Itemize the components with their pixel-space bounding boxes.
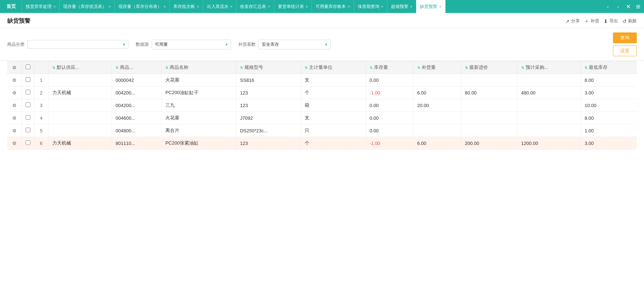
select-all-checkbox[interactable] [26, 65, 30, 69]
row-product-name: 火花塞 [162, 74, 236, 87]
table-container: ⚙ ⇅默认供应... ⇅商品... ⇅商品名称 ⇅规格型号 ⇅主计量单位 ⇅库存… [0, 61, 644, 150]
tab-close-inventory-status[interactable]: × [108, 4, 110, 9]
column-settings-icon[interactable]: ⚙ [11, 65, 18, 70]
row-stock-qty-value: -1.00 [370, 90, 380, 96]
row-stock-qty: -1.00 [366, 137, 413, 150]
row-checkbox[interactable] [26, 102, 30, 107]
tab-close-shortage[interactable]: × [439, 4, 441, 9]
row-unit: 支 [301, 74, 366, 87]
data-table: ⚙ ⇅默认供应... ⇅商品... ⇅商品名称 ⇅规格型号 ⇅主计量单位 ⇅库存… [7, 61, 637, 150]
th-product-name: ⇅商品名称 [162, 61, 236, 74]
sort-icon-unit: ⇅ [305, 66, 308, 70]
row-checkbox[interactable] [26, 140, 30, 145]
datasource-select[interactable]: 可用量 ▾ [152, 40, 231, 49]
tab-prev-btn[interactable]: ‹ [603, 0, 613, 13]
tab-close-batch-account[interactable]: × [197, 4, 199, 9]
row-checkbox[interactable] [26, 90, 30, 94]
datasource-select-arrow-icon: ▾ [226, 42, 228, 47]
tab-close-available-ledger[interactable]: × [348, 4, 350, 9]
row-replenish-qty: 6.00 [413, 87, 461, 99]
row-stock-qty-value: -1.00 [370, 141, 380, 146]
tab-close-order-stats[interactable]: × [306, 4, 308, 9]
row-settings-icon[interactable]: ⚙ [11, 141, 18, 146]
filter-buttons: 查询 设置 [613, 32, 637, 56]
export-btn[interactable]: ⬇ 导出 [604, 18, 618, 24]
tab-close-expiry-query[interactable]: × [381, 4, 383, 9]
tab-label-shortage: 缺货预警 [420, 4, 437, 10]
page-header: 缺货预警 ↗ 分享 ＋ 补货 ⬇ 导出 ↺ 刷新 [0, 13, 644, 28]
category-filter-label: 商品分类 [7, 41, 25, 48]
sort-icon-price: ⇅ [465, 66, 468, 70]
row-settings-icon[interactable]: ⚙ [11, 115, 18, 121]
tab-label-receipt-summary: 收发存汇总表 [240, 4, 266, 10]
row-latest-price [461, 112, 517, 124]
tab-close-inout-flow[interactable]: × [230, 4, 232, 9]
row-index: 1 [34, 74, 48, 87]
tab-label-order-stats: 要货单统计表 [278, 4, 304, 10]
row-unit: 支 [301, 112, 366, 124]
tab-next-btn[interactable]: › [613, 0, 623, 13]
tab-inout-flow[interactable]: 出入库流水 × [203, 0, 236, 13]
row-settings-icon[interactable]: ⚙ [11, 103, 18, 108]
row-checkbox[interactable] [26, 77, 30, 82]
tab-close-receipt-summary[interactable]: × [268, 4, 270, 9]
table-header-row: ⚙ ⇅默认供应... ⇅商品... ⇅商品名称 ⇅规格型号 ⇅主计量单位 ⇅库存… [7, 61, 637, 74]
table-row: ⚙6力天机械801110...PC200张紧油缸123个-1.006.00200… [7, 137, 637, 150]
row-product-code: 004200... [112, 87, 162, 99]
row-latest-price [461, 124, 517, 137]
row-min-stock: 10.00 [581, 99, 637, 112]
tab-close-overstock[interactable]: × [410, 4, 412, 9]
query-button[interactable]: 查询 [613, 32, 637, 43]
tab-available-ledger[interactable]: 可用量库存账本 × [312, 0, 354, 13]
tab-close-others-btn[interactable]: ✕ [623, 0, 633, 13]
tab-label-available-ledger: 可用量库存账本 [316, 4, 346, 10]
row-supplier [48, 124, 112, 137]
row-checkbox[interactable] [26, 115, 30, 120]
row-supplier [48, 112, 112, 124]
tab-receipt-summary[interactable]: 收发存汇总表 × [236, 0, 274, 13]
tab-close-all-btn[interactable]: ⊞ [633, 0, 643, 13]
table-row: ⚙4004600...火花塞J7092支0.008.00 [7, 112, 637, 124]
tab-close-inventory-dist[interactable]: × [164, 4, 166, 9]
row-product-name: PC200油缸缸子 [162, 87, 236, 99]
row-settings-icon[interactable]: ⚙ [11, 128, 18, 133]
refresh-btn[interactable]: ↺ 刷新 [622, 18, 637, 24]
tab-batch-account[interactable]: 库存批次账 × [170, 0, 203, 13]
tab-expiry-query[interactable]: 保质期查询 × [354, 0, 387, 13]
tab-abnormal[interactable]: 拣货异常处理 × [22, 0, 60, 13]
replenish-base-filter-label: 补货基数 [238, 41, 256, 48]
row-unit: 个 [301, 87, 366, 99]
settings-button[interactable]: 设置 [613, 45, 637, 56]
row-product-code: 801110... [112, 137, 162, 150]
category-select-arrow-icon: ▾ [123, 42, 125, 47]
tab-overstock[interactable]: 超储预警 × [387, 0, 416, 13]
share-btn[interactable]: ↗ 分享 [565, 18, 580, 24]
row-unit: 个 [301, 137, 366, 150]
row-index: 3 [34, 99, 48, 112]
replenish-btn[interactable]: ＋ 补货 [584, 18, 599, 25]
tab-inventory-dist[interactable]: 现存量（库存分布表） × [115, 0, 170, 13]
replenish-base-filter-group: 补货基数 安全库存 ▾ [238, 40, 331, 49]
tab-shortage[interactable]: 缺货预警 × [416, 0, 445, 13]
row-spec: 123 [236, 137, 301, 150]
replenish-base-select[interactable]: 安全库存 ▾ [258, 40, 331, 49]
tab-home[interactable]: 首页 [1, 0, 22, 13]
row-settings-icon[interactable]: ⚙ [11, 78, 18, 83]
row-index: 6 [34, 137, 48, 150]
tab-label-overstock: 超储预警 [391, 4, 408, 10]
sort-icon-min: ⇅ [584, 66, 587, 70]
category-select[interactable]: ▾ [27, 40, 129, 49]
sort-icon-name: ⇅ [165, 66, 168, 70]
page-content: 缺货预警 ↗ 分享 ＋ 补货 ⬇ 导出 ↺ 刷新 商品分类 [0, 13, 644, 287]
tab-inventory-status[interactable]: 现存量（库存状况表） × [60, 0, 114, 13]
row-product-code: 0000042 [112, 74, 162, 87]
tab-order-stats[interactable]: 要货单统计表 × [274, 0, 312, 13]
refresh-label: 刷新 [628, 18, 637, 24]
tab-close-abnormal[interactable]: × [53, 4, 56, 9]
th-replenish-qty: ⇅补货量 [413, 61, 461, 74]
row-replenish-qty [413, 112, 461, 124]
row-settings-icon[interactable]: ⚙ [11, 90, 18, 96]
row-product-name: PC200张紧油缸 [162, 137, 236, 150]
row-index: 5 [34, 124, 48, 137]
row-checkbox[interactable] [26, 128, 30, 132]
